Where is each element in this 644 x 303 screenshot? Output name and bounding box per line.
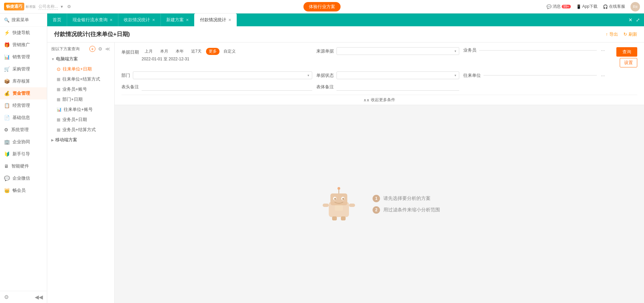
dept-label: 部门 xyxy=(121,72,130,79)
settings-icon[interactable]: ⚙ xyxy=(67,4,71,9)
sidebar-item-sales[interactable]: 📊 销售管理 xyxy=(0,51,47,63)
scheme-group-pc: ▼ 电脑端方案 ⊙ 往来单位+日期 ▦ 往来单位+结算方式 ▦ 业务员+账号 xyxy=(47,54,114,135)
tab-home[interactable]: 首页 xyxy=(47,13,67,26)
tip2-num: 2 xyxy=(373,206,380,214)
scheme-item-unit-date[interactable]: ⊙ 往来单位+日期 xyxy=(47,64,114,74)
date-option-7days[interactable]: 近7天 xyxy=(188,47,205,56)
settings-bottom-icon[interactable]: ⚙ xyxy=(4,294,9,300)
tab-close-new-scheme[interactable]: ✕ xyxy=(186,18,189,22)
avatar[interactable]: Rit xyxy=(631,2,640,11)
pc-group-expand-icon: ▼ xyxy=(51,57,55,61)
scheme-group-mobile-title[interactable]: ▶ 移动端方案 xyxy=(47,135,114,145)
basic-info-icon: 📄 xyxy=(4,115,10,120)
svg-rect-11 xyxy=(341,216,346,220)
tab-close-bank-flow[interactable]: ✕ xyxy=(110,18,113,22)
partner-label: 往来单位 xyxy=(463,72,481,79)
sidebar-item-system[interactable]: ⚙ 系统管理 xyxy=(0,124,47,136)
sidebar-item-finance[interactable]: 💰 资金管理 xyxy=(0,87,47,99)
sales-icon: 📊 xyxy=(4,54,10,60)
date-range: 2022-01-01 至 2022-12-31 xyxy=(142,56,238,62)
date-option-last-month[interactable]: 上月 xyxy=(142,47,156,56)
scheme-item-staff-account[interactable]: ▦ 业务员+账号 xyxy=(47,84,114,94)
tab-close-all-icon[interactable]: ✕ xyxy=(628,17,633,23)
page-header: 付款情况统计(往来单位+日期) ↑ 导出 ↻ 刷新 xyxy=(47,26,644,42)
tab-receipt-stats[interactable]: 收款情况统计 ✕ xyxy=(118,13,160,26)
sidebar-item-basic-info[interactable]: 📄 基础信息 xyxy=(0,112,47,124)
empty-illustration xyxy=(319,183,359,225)
sidebar-item-quick-nav[interactable]: ⚡ 快捷导航 xyxy=(0,27,47,39)
trial-btn[interactable]: 体验行业方案 xyxy=(303,2,341,11)
svg-rect-9 xyxy=(349,204,355,207)
tab-bank-flow[interactable]: 现金银行流水查询 ✕ xyxy=(67,13,118,26)
svg-rect-10 xyxy=(332,216,337,220)
scheme-item-dept-date[interactable]: ▦ 部门+日期 xyxy=(47,94,114,104)
svg-rect-12 xyxy=(335,205,343,211)
svg-rect-8 xyxy=(323,204,329,207)
date-option-this-month[interactable]: 本月 xyxy=(157,47,171,56)
inventory-icon: 📦 xyxy=(4,79,10,84)
dropdown-icon[interactable]: ▾ xyxy=(61,4,63,9)
scheme-item-unit-settle-icon: ▦ xyxy=(57,77,60,82)
settings-filter-btn[interactable]: 设置 xyxy=(620,58,637,67)
sidebar: 🔍 搜索菜单 ⚡ 快捷导航 🎁 营销推广 📊 销售管理 🛒 采购管理 📦 库存核… xyxy=(0,13,47,303)
export-btn[interactable]: ↑ 导出 xyxy=(606,31,618,37)
quick-nav-icon: ⚡ xyxy=(4,30,10,35)
sidebar-item-enterprise[interactable]: 🏢 企业协同 xyxy=(0,136,47,148)
staff-label: 业务员 xyxy=(463,47,476,53)
sidebar-item-operation[interactable]: 📋 经营管理 xyxy=(0,99,47,112)
hardware-icon: 🖥 xyxy=(4,163,9,169)
scheme-item-staff-account-icon: ▦ xyxy=(57,87,60,92)
sidebar-item-purchase[interactable]: 🛒 采购管理 xyxy=(0,63,47,75)
tab-payment-stats[interactable]: 付款情况统计 ✕ xyxy=(194,13,237,26)
date-option-more[interactable]: 更多 xyxy=(206,48,219,55)
sidebar-item-member[interactable]: 👑 畅会员 xyxy=(0,184,47,196)
main-body: 按以下方案查询 + ⚙ ≪ ▼ 电脑端方案 ⊙ 往来单位+日期 xyxy=(47,42,644,303)
collapse-sidebar-icon[interactable]: ◀◀ xyxy=(35,294,43,300)
marketing-icon: 🎁 xyxy=(4,42,10,48)
app-icon: 📱 xyxy=(576,4,581,9)
sidebar-item-wechat[interactable]: 💬 企业微信 xyxy=(0,172,47,184)
scheme-item-staff-date[interactable]: ▦ 业务员+日期 xyxy=(47,115,114,125)
scheme-collapse-btn[interactable]: ≪ xyxy=(105,46,110,52)
query-btn[interactable]: 查询 xyxy=(616,47,637,57)
sidebar-item-hardware[interactable]: 🖥 智能硬件 xyxy=(0,160,47,172)
scheme-add-btn[interactable]: + xyxy=(89,46,95,52)
enterprise-icon: 🏢 xyxy=(4,139,10,145)
finance-icon: 💰 xyxy=(4,91,10,96)
msg-icon: 💬 xyxy=(547,4,552,9)
dept-select[interactable]: ▾ xyxy=(133,71,312,79)
scheme-group-pc-title[interactable]: ▼ 电脑端方案 xyxy=(47,54,114,64)
partner-ellipsis-btn[interactable]: ··· xyxy=(599,73,606,78)
tab-close-receipt-stats[interactable]: ✕ xyxy=(152,18,155,22)
empty-state: 1 请先选择要分析的方案 2 用过滤条件来缩小分析范围 xyxy=(319,183,440,225)
source-label: 来源单据 xyxy=(316,48,334,54)
app-download-btn[interactable]: 📱 App下载 xyxy=(576,4,597,9)
msg-badge: 99+ xyxy=(562,5,571,8)
refresh-icon: ↻ xyxy=(623,32,627,37)
bill-status-label: 单据状态 xyxy=(316,72,334,79)
sidebar-item-marketing[interactable]: 🎁 营销推广 xyxy=(0,39,47,51)
tab-expand-icon[interactable]: ⤢ xyxy=(636,17,640,23)
export-icon: ↑ xyxy=(606,32,608,37)
bill-status-select[interactable]: ▾ xyxy=(336,71,459,79)
refresh-btn[interactable]: ↻ 刷新 xyxy=(623,31,637,37)
scheme-gear-btn[interactable]: ⚙ xyxy=(98,46,103,52)
search-menu[interactable]: 🔍 搜索菜单 xyxy=(0,13,47,27)
scheme-item-staff-settle[interactable]: ▦ 业务员+结算方式 xyxy=(47,125,114,135)
tab-close-payment-stats[interactable]: ✕ xyxy=(228,18,231,22)
tip1-num: 1 xyxy=(373,195,380,202)
scheme-item-unit-account[interactable]: 📊 往来单位+账号 xyxy=(47,104,114,115)
date-option-this-year[interactable]: 本年 xyxy=(173,47,187,56)
sidebar-item-inventory[interactable]: 📦 库存核算 xyxy=(0,75,47,87)
sidebar-item-guide[interactable]: 🔰 新手引导 xyxy=(0,148,47,160)
tab-new-scheme[interactable]: 新建方案 ✕ xyxy=(160,13,194,26)
msg-btn[interactable]: 💬 消息 99+ xyxy=(547,4,571,9)
service-btn[interactable]: 🎧 在线客服 xyxy=(603,4,625,9)
source-select[interactable]: ▾ xyxy=(336,47,459,55)
date-option-custom[interactable]: 自定义 xyxy=(221,48,238,55)
search-icon: 🔍 xyxy=(4,18,9,23)
scheme-item-unit-settle[interactable]: ▦ 往来单位+结算方式 xyxy=(47,74,114,84)
staff-ellipsis-btn[interactable]: ··· xyxy=(599,48,606,53)
collapse-more-btn[interactable]: ∧∧ 收起更多条件 xyxy=(363,97,395,103)
empty-tip2: 用过滤条件来缩小分析范围 xyxy=(383,207,440,213)
